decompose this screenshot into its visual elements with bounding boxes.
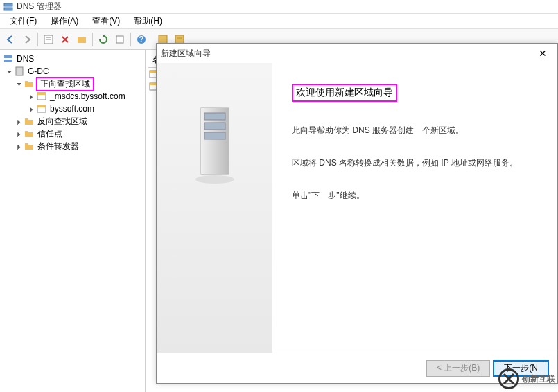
app-title-bar: DNS 管理器 [0, 0, 558, 14]
toolbar-separator [37, 33, 38, 46]
forward-icon[interactable] [19, 32, 35, 47]
menu-help[interactable]: 帮助(H) [128, 14, 168, 28]
svg-rect-0 [4, 3, 12, 6]
menu-action[interactable]: 操作(A) [45, 14, 84, 28]
wizard-right-pane: 欢迎使用新建区域向导 此向导帮助你为 DNS 服务器创建一个新区域。 区域将 D… [272, 63, 557, 353]
svg-rect-10 [175, 35, 184, 44]
collapse-icon[interactable]: ⏷ [15, 80, 24, 88]
dns-app-icon [3, 1, 14, 12]
watermark-text: 创新互联 [522, 373, 555, 385]
svg-rect-13 [4, 60, 12, 62]
close-icon[interactable]: ✕ [532, 46, 553, 60]
svg-rect-9 [159, 35, 167, 44]
new-zone-wizard-dialog: 新建区域向导 ✕ 欢迎使用新建区域向导 此向导帮助你为 DNS 服务器创建一个新… [156, 43, 558, 384]
delete-icon[interactable] [58, 32, 73, 47]
zone-icon [36, 91, 47, 102]
svg-text:?: ? [139, 35, 143, 44]
folder-open-icon [24, 78, 35, 89]
tree-panel: DNS ⏷ G-DC ⏷ 正向查找区域 ⏵ _msdcs.byssoft.com… [0, 50, 146, 392]
new-icon[interactable] [41, 32, 56, 47]
server-illustration-icon [191, 105, 239, 188]
svg-point-28 [195, 175, 234, 184]
wizard-heading: 欢迎使用新建区域向导 [293, 85, 396, 100]
tree-label: G-DC [26, 66, 51, 77]
app-title: DNS 管理器 [17, 1, 62, 12]
tree-zone-msdcs[interactable]: ⏵ _msdcs.byssoft.com [0, 90, 145, 103]
wizard-button-bar: < 上一步(B) 下一步(N [157, 353, 557, 383]
svg-rect-5 [78, 37, 86, 43]
tree-label: 信任点 [36, 127, 64, 141]
tree-label: byssoft.com [49, 103, 96, 114]
export-icon[interactable] [112, 32, 128, 47]
tree-root-dns[interactable]: DNS [0, 53, 145, 65]
wizard-body-text-2: 区域将 DNS 名称转换成相关数据，例如 IP 地址或网络服务。 [292, 157, 538, 170]
expand-icon[interactable]: ⏵ [15, 143, 24, 150]
wizard-body-text-1: 此向导帮助你为 DNS 服务器创建一个新区域。 [292, 124, 538, 137]
expand-icon[interactable]: ⏵ [28, 93, 36, 100]
back-icon[interactable] [3, 32, 18, 47]
refresh-icon[interactable] [96, 32, 111, 47]
svg-rect-12 [4, 55, 12, 58]
tree-forward-zone[interactable]: ⏷ 正向查找区域 [0, 78, 145, 90]
collapse-icon[interactable]: ⏷ [6, 68, 14, 75]
watermark: 创新互联 [498, 368, 555, 389]
tree-reverse-zone[interactable]: ⏵ 反向查找区域 [0, 115, 145, 127]
svg-rect-26 [204, 123, 225, 130]
wizard-heading-highlight: 欢迎使用新建区域向导 [292, 84, 397, 102]
wizard-title: 新建区域向导 [161, 48, 532, 60]
menu-bar: 文件(F) 操作(A) 查看(V) 帮助(H) [0, 14, 558, 29]
expand-icon[interactable]: ⏵ [15, 118, 24, 125]
back-button[interactable]: < 上一步(B) [426, 360, 490, 377]
tree-forwarders[interactable]: ⏵ 条件转发器 [0, 140, 145, 152]
tree-label: DNS [15, 53, 35, 64]
svg-rect-6 [116, 36, 123, 43]
svg-rect-25 [204, 113, 225, 120]
watermark-logo-icon [498, 368, 519, 389]
tree-server[interactable]: ⏷ G-DC [0, 65, 145, 78]
svg-rect-27 [204, 132, 225, 139]
tree-trust-points[interactable]: ⏵ 信任点 [0, 127, 145, 140]
dns-icon [3, 53, 14, 64]
svg-rect-18 [37, 105, 46, 107]
tree-label: 正向查找区域 [36, 77, 94, 91]
tree-zone-byssoft[interactable]: ⏵ byssoft.com [0, 103, 145, 115]
svg-rect-16 [37, 93, 46, 95]
menu-file[interactable]: 文件(F) [4, 14, 42, 28]
folder-icon [24, 116, 35, 127]
tree-label: 反向查找区域 [36, 115, 89, 128]
folder-icon [24, 128, 35, 139]
zone-icon [36, 103, 47, 114]
wizard-left-pane [157, 63, 272, 353]
folder-icon [24, 141, 35, 152]
expand-icon[interactable]: ⏵ [15, 130, 24, 138]
help-icon[interactable]: ? [134, 32, 149, 47]
server-icon [14, 66, 25, 77]
toolbar-separator [152, 33, 152, 46]
menu-view[interactable]: 查看(V) [87, 14, 125, 28]
wizard-titlebar[interactable]: 新建区域向导 ✕ [157, 44, 557, 63]
wizard-body-text-3: 单击"下一步"继续。 [292, 189, 538, 202]
tree-label: _msdcs.byssoft.com [49, 91, 127, 102]
svg-rect-14 [16, 67, 23, 75]
open-icon[interactable] [74, 32, 89, 47]
svg-rect-1 [4, 8, 12, 10]
toolbar-separator [92, 33, 93, 46]
wizard-body: 欢迎使用新建区域向导 此向导帮助你为 DNS 服务器创建一个新区域。 区域将 D… [157, 63, 557, 353]
expand-icon[interactable]: ⏵ [28, 105, 36, 113]
toolbar-separator [130, 33, 131, 46]
tree-label: 条件转发器 [36, 140, 80, 153]
